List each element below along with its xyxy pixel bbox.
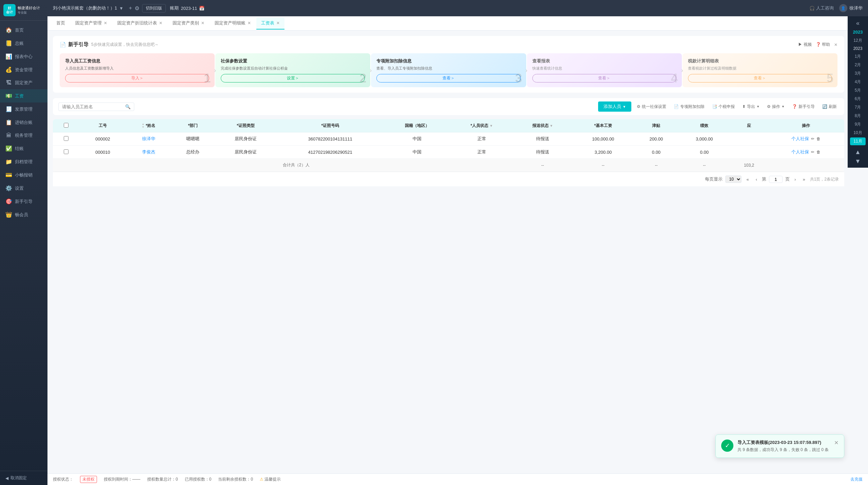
tax-filing-btn[interactable]: 📑 个税申报 — [710, 102, 737, 111]
sidebar-item-salary[interactable]: 💵 工资 — [0, 89, 47, 102]
last-page-btn[interactable]: » — [801, 176, 807, 183]
row2-social-btn[interactable]: 个人社保 — [791, 149, 809, 155]
toolbar: 🔍 添加人员 ▼ ⚙ 统一社保设置 📄 专项附加扣除 📑 个税申报 — [53, 98, 844, 115]
sort-arrows-name[interactable]: ▲▼ — [142, 123, 144, 129]
side-month-2[interactable]: 2月 — [850, 61, 866, 69]
social-insurance-btn[interactable]: ⚙ 统一社保设置 — [635, 102, 668, 111]
switch-version-button[interactable]: 切到旧版 — [142, 4, 166, 13]
row2-name-link[interactable]: 李俊杰 — [142, 149, 155, 154]
prev-page-btn[interactable]: ‹ — [754, 176, 759, 183]
sidebar-item-expense[interactable]: 💳 小畅报销 — [0, 168, 47, 182]
sidebar-item-member[interactable]: 👑 畅会员 — [0, 208, 47, 221]
tab-fixed-assets-close[interactable]: ✕ — [104, 21, 107, 25]
logo-text-area: 畅捷通好会计 专业版 — [18, 5, 40, 15]
side-month-3[interactable]: 3月 — [850, 70, 866, 77]
step-4-btn[interactable]: 查看＞ — [532, 74, 676, 82]
tab-asset-type[interactable]: 固定资产类别 ✕ — [168, 17, 209, 30]
sendstatus-filter-icon[interactable]: ▼ — [550, 124, 553, 128]
side-month-8[interactable]: 8月 — [850, 112, 866, 120]
refresh-btn[interactable]: 🔄 刷新 — [820, 102, 839, 111]
tab-asset-type-close[interactable]: ✕ — [201, 21, 204, 25]
row1-edit-btn[interactable]: ✏ — [811, 136, 814, 141]
side-month-10[interactable]: 10月 — [850, 129, 866, 137]
logo-area: 好会计 畅捷通好会计 专业版 — [0, 0, 47, 21]
step-3-btn[interactable]: 查看＞ — [376, 74, 520, 82]
sidebar-item-funds[interactable]: 💰 资金管理 — [0, 63, 47, 76]
sidebar-item-invoice[interactable]: 🧾 发票管理 — [0, 102, 47, 116]
side-month-12[interactable]: 12月 — [850, 37, 866, 44]
sidebar-item-home[interactable]: 🏠 首页 — [0, 23, 47, 37]
side-up-btn[interactable]: ▲ — [855, 149, 861, 156]
per-page-select[interactable]: 10 20 50 — [725, 175, 742, 183]
tab-payroll[interactable]: 工资表 ✕ — [256, 17, 284, 30]
search-input[interactable] — [62, 104, 123, 109]
next-page-btn[interactable]: › — [792, 176, 798, 183]
sidebar-item-stock[interactable]: 📋 进销台账 — [0, 116, 47, 129]
search-icon: 🔍 — [125, 104, 131, 109]
sidebar-label-reports: 报表中心 — [15, 54, 33, 60]
sidebar-item-assets[interactable]: 🏗 固定资产 — [0, 76, 47, 89]
footer-dash2: -- — [572, 159, 634, 172]
row1-name-link[interactable]: 徐泽华 — [142, 136, 155, 141]
col-sendstatus-label: 报送状态 — [532, 123, 549, 128]
th-basicsalary: *基本工资 — [572, 119, 634, 132]
sidebar-unpin[interactable]: ◀ 取消固定 — [0, 471, 47, 485]
wizard-close-btn[interactable]: ✕ — [834, 42, 837, 47]
step-4-desc: 快速查看统计信息 — [532, 66, 676, 71]
row2-select[interactable] — [64, 149, 68, 154]
tab-home[interactable]: 首页 — [52, 17, 70, 30]
step-1-btn[interactable]: 导入＞ — [65, 74, 209, 82]
side-month-5[interactable]: 5月 — [850, 87, 866, 94]
status-filter-icon[interactable]: ▼ — [490, 124, 493, 128]
wizard-icon: 📄 — [60, 42, 66, 48]
side-month-4[interactable]: 4月 — [850, 78, 866, 86]
select-all-checkbox[interactable] — [64, 123, 68, 128]
side-month-7[interactable]: 7月 — [850, 104, 866, 111]
sidebar-item-archive[interactable]: 📁 归档管理 — [0, 155, 47, 168]
row2-delete-btn[interactable]: 🗑 — [816, 150, 821, 154]
sidebar-item-close[interactable]: ✅ 结账 — [0, 142, 47, 155]
row1-delete-btn[interactable]: 🗑 — [816, 136, 821, 141]
add-account-icon[interactable]: + — [129, 5, 132, 11]
activate-link[interactable]: 去充值 — [850, 477, 863, 482]
operations-btn[interactable]: ⚙ 操作 ▼ — [765, 102, 787, 111]
support-btn[interactable]: 🎧 人工咨询 — [809, 5, 834, 11]
page-input[interactable] — [769, 176, 783, 183]
tab-depreciation[interactable]: 固定资产折旧统计表 ✕ — [113, 17, 167, 30]
step-5-btn[interactable]: 查看＞ — [688, 74, 832, 82]
sidebar-item-ledger[interactable]: 📒 总账 — [0, 37, 47, 50]
tab-asset-detail[interactable]: 固定资产明细账 ✕ — [210, 17, 256, 30]
add-employee-button[interactable]: 添加人员 ▼ — [598, 101, 631, 112]
side-month-9[interactable]: 9月 — [850, 120, 866, 128]
row1-select[interactable] — [64, 136, 68, 141]
row1-social-btn[interactable]: 个人社保 — [791, 136, 809, 142]
export-btn[interactable]: ⬆ 导出 ▼ — [740, 102, 762, 111]
side-month-11[interactable]: 11月 — [850, 137, 866, 145]
step-2-btn[interactable]: 设置＞ — [221, 74, 365, 82]
video-btn[interactable]: ▶ 视频 — [798, 42, 811, 48]
guide-btn[interactable]: ❓ 新手引导 — [790, 102, 817, 111]
side-collapse-btn[interactable]: « — [855, 19, 860, 27]
home-icon: 🏠 — [5, 27, 12, 33]
sidebar-item-guide[interactable]: 🎯 新手引导 — [0, 195, 47, 208]
row2-edit-btn[interactable]: ✏ — [811, 150, 814, 154]
notif-close-btn[interactable]: ✕ — [834, 440, 839, 446]
funds-icon: 💰 — [5, 67, 12, 73]
tab-depreciation-close[interactable]: ✕ — [159, 21, 162, 25]
first-page-btn[interactable]: « — [744, 176, 751, 183]
tab-payroll-close[interactable]: ✕ — [276, 21, 280, 25]
side-month-1[interactable]: 1月 — [850, 53, 866, 60]
settings-gear-icon[interactable]: ⚙ — [135, 5, 139, 12]
tab-asset-detail-close[interactable]: ✕ — [248, 21, 251, 25]
side-down-btn[interactable]: ▼ — [855, 158, 861, 165]
account-dropdown-icon[interactable]: ▼ — [119, 6, 123, 11]
sidebar-item-settings[interactable]: ⚙️ 设置 — [0, 182, 47, 195]
special-deduction-btn[interactable]: 📄 专项附加扣除 — [672, 102, 707, 111]
sidebar-item-tax[interactable]: 🏛 税务管理 — [0, 129, 47, 142]
calendar-icon[interactable]: 📅 — [199, 6, 204, 11]
step-3-desc: 查看、导入员工专项附加扣除信息 — [376, 66, 520, 71]
tab-fixed-assets[interactable]: 固定资产管理 ✕ — [71, 17, 112, 30]
sidebar-item-reports[interactable]: 📊 报表中心 — [0, 50, 47, 63]
side-month-6[interactable]: 6月 — [850, 95, 866, 103]
help-btn[interactable]: ❓ 帮助 — [816, 42, 830, 48]
